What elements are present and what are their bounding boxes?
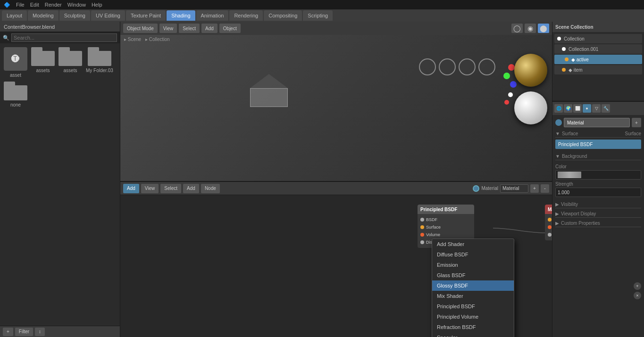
viewport-mode-btn[interactable]: Object Mode xyxy=(123,24,158,33)
asset-label: asset xyxy=(10,73,21,78)
shader-item-specular[interactable]: Specular xyxy=(432,332,514,337)
collection-item-1[interactable]: Collection xyxy=(554,34,642,43)
node-dot-out-volume xyxy=(548,225,552,229)
material-options-btn[interactable]: + xyxy=(632,118,641,127)
list-item[interactable]: assets xyxy=(59,47,82,78)
material-selector[interactable]: Material xyxy=(500,184,528,193)
collection-dot-1 xyxy=(557,37,561,41)
tab-uv[interactable]: UV Editing xyxy=(91,10,125,21)
material-add-btn[interactable]: + xyxy=(530,184,539,193)
color-section: Color xyxy=(555,164,641,180)
tab-rendering[interactable]: Rendering xyxy=(229,10,263,21)
material-remove-btn[interactable]: - xyxy=(541,184,549,193)
collection-item-4[interactable]: ◆ item xyxy=(554,65,642,74)
menu-blender[interactable]: 🔷 xyxy=(4,2,10,8)
left-panel-btn3[interactable]: ↕ xyxy=(35,328,45,336)
shader-item-add-shader[interactable]: Add Shader xyxy=(432,239,514,249)
node-add-btn[interactable]: Add xyxy=(183,184,199,193)
node-view-btn[interactable]: View xyxy=(141,184,159,193)
viewport-rendered-btn[interactable]: ⬤ xyxy=(538,24,549,33)
material-header: Material + xyxy=(555,118,641,127)
collection-item-2[interactable]: Collection.001 xyxy=(554,44,642,54)
properties-panel: 🌐 🌍 ⬜ ● ▽ 🔧 Material + xyxy=(552,102,644,337)
material-name-field[interactable]: Material xyxy=(564,118,630,127)
asset-label: assets xyxy=(64,68,77,73)
search-icon: 🔍 xyxy=(3,35,9,41)
viewport: Object Mode View Select Add Object ◯ ◉ ⬤ xyxy=(120,22,552,182)
prop-tab-data[interactable]: ▽ xyxy=(592,104,601,113)
viewport-object-btn[interactable]: Object xyxy=(219,24,241,33)
prop-tab-world[interactable]: 🌍 xyxy=(564,104,572,113)
tab-shading[interactable]: Shading xyxy=(167,10,195,21)
add-node-button[interactable]: Add xyxy=(123,184,139,193)
menu-render[interactable]: Render xyxy=(45,2,62,8)
menu-file[interactable]: File xyxy=(16,2,25,8)
tab-sculpting[interactable]: Sculpting xyxy=(59,10,90,21)
visibility-section-title[interactable]: ▶ Visibility xyxy=(555,201,641,208)
surface-section-title[interactable]: ▼ Surface Surface xyxy=(555,130,641,138)
tab-layout[interactable]: Layout xyxy=(2,10,27,21)
surface-item[interactable]: Principled BSDF xyxy=(555,140,641,149)
custom-props-section-title[interactable]: ▶ Custom Properties xyxy=(555,220,641,227)
tab-animation[interactable]: Animation xyxy=(196,10,229,21)
prop-tab-object[interactable]: ⬜ xyxy=(573,104,582,113)
node-select-btn[interactable]: Select xyxy=(160,184,181,193)
surface-label-right: Surface xyxy=(625,131,641,136)
tab-modeling[interactable]: Modeling xyxy=(28,10,59,21)
node-material-output[interactable]: Material Output Surface Volume Displa xyxy=(545,205,552,240)
list-item[interactable]: assets xyxy=(31,47,55,78)
scene-collection-header: Scene Collection xyxy=(552,22,644,32)
tab-scripting[interactable]: Scripting xyxy=(303,10,333,21)
shader-item-mix[interactable]: Mix Shader xyxy=(432,291,514,301)
side-btn-1[interactable]: + xyxy=(634,282,641,290)
node-label-bsdf: BSDF xyxy=(426,217,437,222)
prop-tab-material[interactable]: ● xyxy=(583,104,591,113)
side-btn-2[interactable]: × xyxy=(634,292,641,299)
color-field[interactable] xyxy=(555,170,641,180)
strength-section: Strength 1.000 xyxy=(555,181,641,197)
node-row-volume: Volume xyxy=(418,231,474,238)
viewport-content[interactable]: ▸ Scene ▸ Collection xyxy=(120,35,552,181)
menu-window[interactable]: Window xyxy=(67,2,86,8)
shader-item-diffuse[interactable]: Diffuse BSDF xyxy=(432,249,514,260)
node-node-btn[interactable]: Node xyxy=(201,184,220,193)
viewport-solid-btn[interactable]: ◯ xyxy=(511,24,523,33)
surface-section: ▼ Surface Surface Principled BSDF xyxy=(555,130,641,149)
background-arrow: ▼ xyxy=(555,154,560,159)
menu-help[interactable]: Help xyxy=(92,2,102,8)
tab-compositing[interactable]: Compositing xyxy=(264,10,302,21)
obj-house-roof xyxy=(250,74,288,88)
shader-item-principled-volume[interactable]: Principled Volume xyxy=(432,312,514,322)
left-panel-btn1[interactable]: + xyxy=(3,328,13,336)
prop-tab-scene[interactable]: 🌐 xyxy=(554,104,563,113)
strength-field[interactable]: 1.000 xyxy=(555,188,641,197)
tab-texture[interactable]: Texture Paint xyxy=(126,10,166,21)
shader-item-emission[interactable]: Emission xyxy=(432,260,514,270)
shader-item-glossy[interactable]: Glossy BSDF xyxy=(432,280,514,291)
shader-item-principled-bsdf[interactable]: Principled BSDF xyxy=(432,301,514,312)
visibility-arrow: ▶ xyxy=(555,202,559,207)
node-label-volume: Volume xyxy=(426,232,440,237)
node-label-surface: Surface xyxy=(426,225,441,230)
viewport-add-btn[interactable]: Add xyxy=(201,24,217,33)
viewport-gizmo xyxy=(419,58,495,75)
gizmo-circle-1 xyxy=(419,58,436,75)
viewport-display-arrow: ▶ xyxy=(555,211,559,216)
strength-value: 1.000 xyxy=(558,190,569,195)
list-item[interactable]: My Folder.03 xyxy=(86,47,113,78)
search-input[interactable] xyxy=(11,33,117,42)
viewport-view-btn[interactable]: View xyxy=(159,24,177,33)
prop-tab-modifier[interactable]: 🔧 xyxy=(602,104,610,113)
left-panel-btn2[interactable]: Filter xyxy=(15,328,33,336)
menu-edit[interactable]: Edit xyxy=(30,2,39,8)
shader-item-refraction[interactable]: Refraction BSDF xyxy=(432,322,514,332)
background-section-title[interactable]: ▼ Background xyxy=(555,153,641,160)
list-item[interactable]: none xyxy=(4,82,27,107)
shader-item-glass[interactable]: Glass BSDF xyxy=(432,270,514,280)
viewport-display-section-title[interactable]: ▶ Viewport Display xyxy=(555,210,641,218)
list-item[interactable]: 🅣 asset xyxy=(4,47,27,78)
collection-label-4: ◆ item xyxy=(569,67,583,73)
viewport-material-btn[interactable]: ◉ xyxy=(525,24,536,33)
viewport-select-btn[interactable]: Select xyxy=(179,24,200,33)
collection-item-active[interactable]: ◆ active xyxy=(554,55,642,64)
